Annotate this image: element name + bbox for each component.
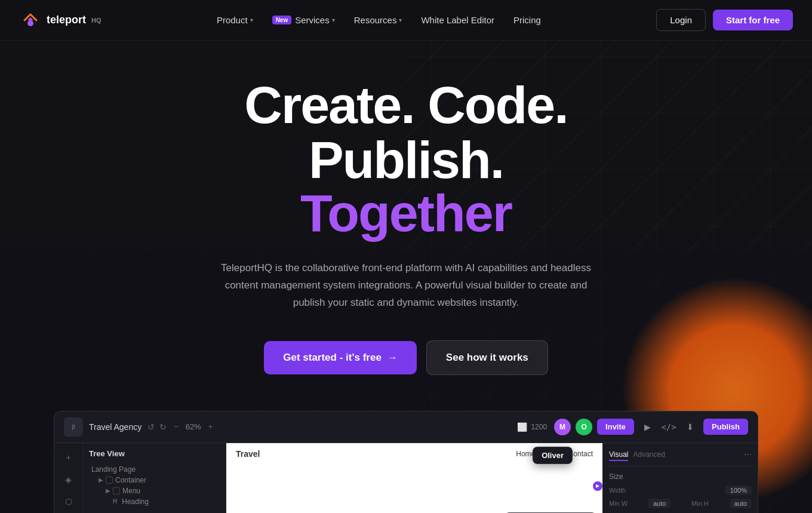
editor-toolbar-right: M O Invite ▶ </> ⬇ Publish — [554, 419, 748, 435]
minus-icon[interactable]: − — [171, 422, 181, 431]
nav-pricing[interactable]: Pricing — [505, 10, 549, 30]
tree-checkbox[interactable] — [106, 477, 113, 484]
nav-whitelabel-label: White Label Editor — [421, 15, 494, 25]
new-badge: New — [272, 16, 292, 24]
nav-product-label: Product — [217, 15, 248, 25]
tree-landing-page-label: Landing Page — [91, 465, 136, 474]
chevron-down-icon-3: ▾ — [399, 17, 402, 23]
hero-title-line2: Together — [149, 186, 663, 241]
tree-landing-page[interactable]: Landing Page — [89, 464, 220, 475]
beta-icon: β — [64, 417, 83, 437]
add-element-icon[interactable]: + — [59, 449, 78, 466]
size-section-title: Size — [609, 472, 752, 481]
nav-resources-label: Resources — [354, 15, 397, 25]
device-icon: ⬜ — [517, 422, 527, 432]
width-label: Width — [609, 487, 626, 494]
tab-advanced[interactable]: Advanced — [633, 449, 665, 461]
min-h-value[interactable]: auto — [730, 499, 752, 508]
logo[interactable]: teleportHQ — [19, 9, 102, 32]
components-icon[interactable]: ⬡ — [59, 493, 78, 511]
min-w-value[interactable]: auto — [648, 499, 670, 508]
editor-preview: β Travel Agency ↺ ↻ − 62% + ⬜ 1200 M O I… — [54, 411, 758, 513]
nav-whitelabel[interactable]: White Label Editor — [413, 10, 503, 30]
avatar-m: M — [554, 419, 571, 435]
arrow-right-icon: → — [387, 352, 398, 364]
play-icon[interactable]: ▶ — [639, 419, 656, 435]
chevron-down-icon: ▾ — [250, 17, 253, 23]
canvas-width-value: 1200 — [531, 423, 547, 431]
nav-pricing-label: Pricing — [513, 15, 541, 25]
more-options-icon[interactable]: ··· — [744, 449, 752, 461]
tree-menu-checkbox[interactable] — [113, 487, 120, 494]
tree-container[interactable]: ▶ Container — [89, 475, 220, 486]
heading-type-icon: H — [113, 498, 117, 505]
hero-buttons: Get started - it's free → See how it wor… — [149, 340, 663, 375]
tree-menu-label: Menu — [122, 487, 140, 495]
tree-view-panel: Tree View Landing Page ▶ Container ▶ Men… — [83, 443, 226, 513]
hero-content: Create. Code. Publish. Together Teleport… — [137, 78, 675, 375]
beta-label: β — [72, 424, 75, 430]
download-icon[interactable]: ⬇ — [682, 419, 699, 435]
project-name: Travel Agency — [89, 422, 142, 432]
navbar: teleportHQ Product ▾ New Services ▾ Reso… — [0, 0, 812, 41]
zoom-level: 62% — [186, 422, 201, 431]
chevron-down-icon-2: ▾ — [332, 17, 335, 23]
canvas-selection-indicator: ▶ — [593, 481, 602, 491]
svg-point-1 — [27, 20, 33, 26]
min-h-label: Min H — [691, 500, 709, 507]
get-started-label: Get started - it's free — [283, 352, 382, 364]
layers-icon[interactable]: ◈ — [59, 471, 78, 489]
code-icon[interactable]: </> — [660, 419, 677, 435]
hero-section: Create. Code. Publish. Together Teleport… — [0, 0, 812, 513]
props-minw-row: Min W auto Min H auto — [609, 499, 752, 508]
plus-icon[interactable]: + — [206, 422, 216, 431]
undo-icon[interactable]: ↺ — [147, 422, 155, 432]
editor-sidebar: + ◈ ⬡ ☰ — [54, 443, 83, 513]
publish-button[interactable]: Publish — [703, 419, 748, 435]
toolbar-controls: ↺ ↻ − 62% + — [147, 422, 215, 432]
logo-icon — [19, 9, 42, 32]
redo-icon[interactable]: ↻ — [159, 422, 167, 432]
min-w-label: Min W — [609, 500, 628, 507]
logo-text: teleport — [47, 14, 86, 26]
nav-services-label: Services — [295, 15, 330, 25]
nav-links: Product ▾ New Services ▾ Resources ▾ Whi… — [208, 10, 549, 30]
tree-view-title: Tree View — [89, 449, 220, 458]
editor-canvas: Travel Home About Contact ▶ Oliver — [226, 443, 602, 513]
see-how-it-works-button[interactable]: See how it works — [426, 340, 548, 375]
start-for-free-button[interactable]: Start for free — [713, 10, 793, 30]
tree-arrow-icon: ▶ — [99, 477, 103, 483]
nav-services[interactable]: New Services ▾ — [264, 10, 343, 30]
oliver-label: Oliver — [542, 451, 564, 460]
props-tabs: Visual Advanced ··· — [609, 449, 752, 466]
tree-menu-arrow-icon: ▶ — [106, 487, 110, 494]
oliver-tooltip: Oliver — [533, 447, 573, 464]
properties-panel: Visual Advanced ··· Size Width 100% Min … — [602, 443, 758, 513]
get-started-button[interactable]: Get started - it's free → — [264, 341, 417, 374]
logo-hq: HQ — [91, 17, 102, 24]
tab-visual[interactable]: Visual — [609, 449, 628, 461]
tree-container-label: Container — [115, 476, 146, 484]
avatar-o: O — [576, 419, 592, 435]
login-button[interactable]: Login — [656, 9, 706, 31]
nav-actions: Login Start for free — [656, 9, 793, 31]
editor-body: + ◈ ⬡ ☰ Tree View Landing Page ▶ Contain… — [54, 443, 758, 513]
hero-title-line1: Create. Code. Publish. — [149, 78, 663, 188]
canvas-width-indicator: ⬜ 1200 — [517, 422, 547, 432]
canvas-brand: Travel — [236, 449, 260, 459]
width-value[interactable]: 100% — [725, 486, 752, 495]
tree-heading-label: Heading — [122, 497, 149, 506]
editor-toolbar: β Travel Agency ↺ ↻ − 62% + ⬜ 1200 M O I… — [54, 411, 758, 443]
hero-subtitle: TeleportHQ is the collaborative front-en… — [215, 260, 597, 312]
invite-button[interactable]: Invite — [597, 419, 634, 435]
nav-product[interactable]: Product ▾ — [208, 10, 262, 30]
nav-resources[interactable]: Resources ▾ — [346, 10, 411, 30]
editor-toolbar-left: β Travel Agency ↺ ↻ − 62% + — [64, 417, 510, 437]
see-how-label: See how it works — [446, 352, 528, 364]
tree-heading[interactable]: H Heading — [89, 496, 220, 507]
tree-menu[interactable]: ▶ Menu — [89, 486, 220, 496]
props-width-row: Width 100% — [609, 486, 752, 495]
